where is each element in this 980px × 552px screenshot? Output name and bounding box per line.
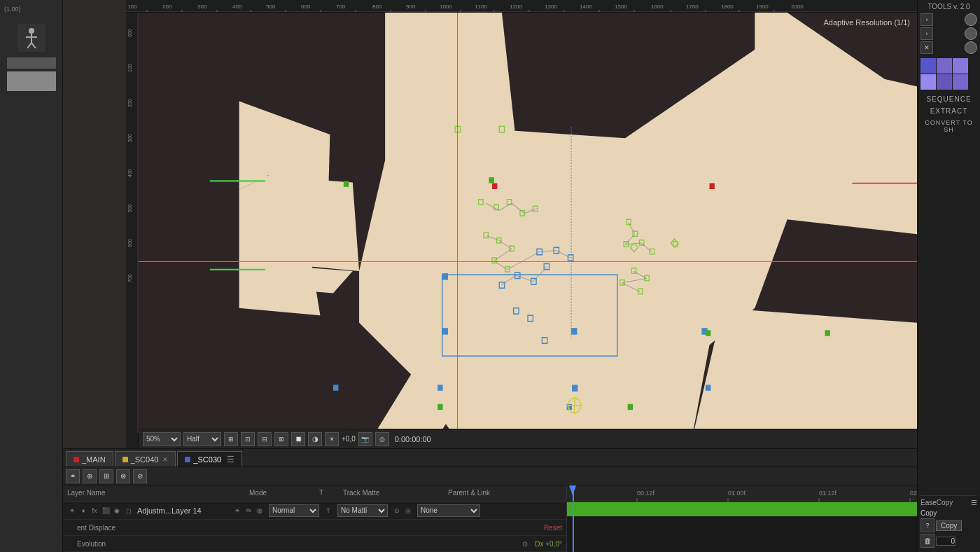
col-parent-header: Parent & Link [448,489,532,497]
ec-icon-2[interactable]: 🗑 [920,534,934,548]
mb-icon[interactable]: ◉ [112,506,122,516]
drawing-canvas: Adaptive Resolution (1/1) [139,13,917,448]
svg-text:500: 500 [266,4,276,10]
svg-text:300: 300 [197,4,207,10]
svg-rect-127 [438,385,442,390]
sublayer-displace-name: ent Displace [77,524,540,532]
timecode-display: 0:00:00:00 [395,435,431,443]
layer-mode-select[interactable]: NormalAddMultiply [269,504,319,517]
easecopy-value-input[interactable] [936,537,955,546]
svg-rect-63 [489,177,493,183]
svg-rect-130 [628,404,633,410]
exposure-btn[interactable]: ☀ [325,432,339,446]
ec-icon-1[interactable]: ? [920,518,934,532]
svg-rect-62 [344,181,349,186]
layer-solo-btn[interactable]: ☀ [232,506,242,516]
tl-link-btn[interactable]: ⚭ [66,469,80,483]
easecopy-menu[interactable]: ☰ [971,499,977,506]
convert-label[interactable]: CONVERT TO SH [920,119,977,133]
swatch-5[interactable] [937,74,952,90]
swatch-6[interactable] [953,74,968,90]
svg-rect-120 [572,385,578,391]
color-icon[interactable]: ⬛ [101,506,111,516]
svg-rect-128 [438,404,442,410]
grid-btn[interactable]: ⊟ [258,432,272,446]
shy-icon[interactable]: ♦ [78,506,88,516]
layer-paint-btn[interactable]: ◍ [255,506,265,516]
extract-label[interactable]: EXTRACT [920,107,977,115]
tools-header: TOOLS v. 2.0 [920,3,977,11]
transparency-btn[interactable]: 🔲 [291,432,305,446]
sidebar-block [7,57,56,69]
track-playhead[interactable] [573,485,574,502]
tab-color-sc030 [185,457,190,462]
nav-circle-3[interactable] [965,41,977,54]
solo-icon[interactable]: ☀ [67,506,77,516]
tl-settings-btn[interactable]: ⊘ [133,469,147,483]
layer-t-icon: T [323,507,333,514]
tab-main[interactable]: _MAIN [66,451,113,467]
layer-wave-icon[interactable]: ◎ [403,506,413,516]
layer-link-icon[interactable]: ⊙ [392,506,402,516]
figure-icon[interactable] [18,24,46,52]
svg-text:700: 700 [127,274,132,282]
layer-fx-btn[interactable]: /fx [244,506,253,516]
nav-right-btn[interactable]: › [920,27,933,40]
swatch-2[interactable] [937,58,952,74]
svg-point-0 [29,28,34,34]
svg-rect-117 [571,328,577,334]
easecopy-title: EaseCopy [920,499,953,506]
easecopy-val-row: 🗑 [920,534,977,548]
swatch-3[interactable] [953,58,968,74]
sublayer-stopwatch[interactable]: ⊙ [522,540,531,548]
easecopy-header: EaseCopy ☰ [920,499,977,506]
sidebar-block2 [7,71,56,91]
3d-icon[interactable]: ◻ [123,506,133,516]
fx-icon[interactable]: fx [90,506,99,516]
layer-track-select[interactable]: No MattiAlpha Matte [337,504,388,517]
tab-close-sc040[interactable]: ✕ [162,456,168,463]
tab-sc030[interactable]: _SC030 ☰ [177,451,242,467]
tl-parent-btn[interactable]: ⊕ [83,469,97,483]
tl-mask-btn[interactable]: ⊗ [116,469,130,483]
nav-row2: › [920,27,977,40]
zoom-select[interactable]: 50%100%25% [143,432,181,446]
coords-display: (1,00) [3,6,21,13]
nav-left-btn[interactable]: ‹ [920,13,933,26]
layer-mode-icons: ☀ /fx ◍ [232,506,265,516]
svg-text:1200: 1200 [510,4,522,10]
color-correct-btn[interactable]: ◑ [308,432,322,446]
layer-parent-select[interactable]: None [417,504,480,517]
nav-row3: ✕ [920,41,977,54]
tab-menu-sc030[interactable]: ☰ [227,455,234,464]
tab-label-main: _MAIN [82,455,106,464]
nav-circle-1[interactable] [965,13,977,26]
svg-text:1700: 1700 [686,4,699,10]
quality-select[interactable]: HalfFullQuarter [183,432,221,446]
nav-x-btn[interactable]: ✕ [920,41,933,54]
motion-blur-btn[interactable]: ◎ [375,432,389,446]
timeline-content: Layer Name Mode T Track Matte Parent & L… [63,485,917,552]
tab-label-sc040: _SC040 [131,455,159,464]
safe-zones-btn[interactable]: ⊡ [241,432,255,446]
app-container: (1,00) [0,0,980,552]
swatch-4[interactable] [920,74,936,90]
nav-circle-2[interactable] [965,27,977,40]
swatch-1[interactable] [920,58,936,74]
snapshot-btn[interactable]: 📷 [358,432,372,446]
tl-copy-btn[interactable]: ⊞ [99,469,113,483]
sidebar-tools [7,24,56,94]
svg-text:200: 200 [127,99,132,107]
svg-text:02:00f: 02:00f [910,490,917,497]
svg-text:1600: 1600 [651,4,664,10]
blue-marker-line2 [573,537,574,551]
sublayer-reset-btn[interactable]: Reset [544,524,562,532]
copy-button[interactable]: Copy [936,520,962,531]
guides-btn[interactable]: ⊠ [274,432,288,446]
fit-view-btn[interactable]: ⊞ [224,432,238,446]
sequence-label[interactable]: SEQUENCE [920,95,977,103]
track-area: 00:12f 01:00f 01:12f 02:00f 02:12f [567,485,917,552]
tab-sc040[interactable]: _SC040 ✕ [115,451,176,467]
svg-rect-57 [492,184,497,189]
svg-text:01:12f: 01:12f [819,490,837,497]
